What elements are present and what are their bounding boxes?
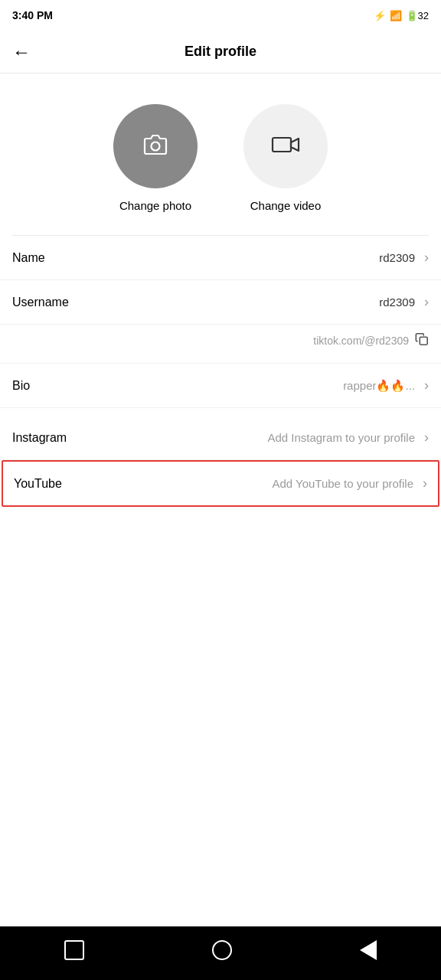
youtube-field-row[interactable]: YouTube Add YouTube to your profile › — [2, 460, 439, 507]
spacer — [0, 408, 441, 416]
username-value: rd2309 — [379, 296, 415, 309]
status-bar: 3:40 PM ⚡ 📶 🔋32 — [0, 0, 441, 31]
video-avatar — [243, 104, 328, 188]
instagram-label: Instagram — [12, 431, 89, 445]
copy-icon[interactable] — [415, 332, 429, 349]
username-value-row: rd2309 › — [379, 294, 429, 310]
page-title: Edit profile — [185, 44, 256, 60]
svg-rect-1 — [273, 138, 291, 152]
bio-label: Bio — [12, 379, 89, 393]
battery-icon: 🔋32 — [406, 10, 429, 21]
name-label: Name — [12, 251, 89, 265]
recent-apps-button[interactable] — [64, 940, 84, 960]
status-icons: ⚡ 📶 🔋32 — [374, 10, 429, 21]
back-arrow-icon: ← — [12, 41, 31, 63]
username-label: Username — [12, 296, 89, 309]
change-photo-label: Change photo — [119, 199, 191, 212]
square-icon — [64, 940, 84, 960]
camera-icon — [139, 128, 172, 165]
photo-avatar — [113, 104, 198, 188]
youtube-chevron-icon: › — [423, 475, 427, 492]
username-url-row: tiktok.com/@rd2309 — [0, 325, 441, 364]
username-field-row[interactable]: Username rd2309 › — [0, 280, 441, 325]
change-video-label: Change video — [250, 199, 322, 212]
back-button[interactable]: ← — [12, 41, 31, 63]
svg-point-0 — [152, 142, 160, 151]
instagram-value-row: Add Instagram to your profile › — [267, 430, 429, 446]
home-button[interactable] — [212, 940, 232, 960]
bio-field-row[interactable]: Bio rapper🔥🔥... › — [0, 364, 441, 408]
username-chevron-icon: › — [424, 294, 429, 310]
tiktok-url-text: tiktok.com/@rd2309 — [313, 335, 409, 347]
status-time: 3:40 PM — [12, 9, 53, 21]
bio-chevron-icon: › — [424, 377, 429, 394]
back-nav-button[interactable] — [360, 940, 377, 960]
instagram-chevron-icon: › — [424, 430, 429, 446]
header: ← Edit profile — [0, 31, 441, 74]
change-photo-button[interactable]: Change photo — [113, 104, 198, 212]
change-video-button[interactable]: Change video — [243, 104, 328, 212]
video-camera-icon — [269, 128, 302, 165]
name-chevron-icon: › — [424, 250, 429, 266]
profile-media-section: Change photo Change video — [0, 74, 441, 235]
name-value: rd2309 — [379, 251, 415, 264]
name-value-row: rd2309 › — [379, 250, 429, 266]
name-field-row[interactable]: Name rd2309 › — [0, 236, 441, 280]
circle-icon — [212, 940, 232, 960]
back-triangle-icon — [360, 940, 377, 960]
youtube-label: YouTube — [14, 477, 90, 491]
youtube-value: Add YouTube to your profile — [272, 477, 413, 490]
bluetooth-icon: ⚡ — [374, 10, 386, 21]
bio-value-row: rapper🔥🔥... › — [343, 377, 429, 394]
instagram-value: Add Instagram to your profile — [267, 431, 415, 444]
bio-value: rapper🔥🔥... — [343, 379, 415, 393]
youtube-value-row: Add YouTube to your profile › — [272, 475, 427, 492]
bottom-nav — [0, 926, 441, 980]
instagram-field-row[interactable]: Instagram Add Instagram to your profile … — [0, 416, 441, 460]
profile-fields: Name rd2309 › Username rd2309 › tiktok.c… — [0, 235, 441, 926]
signal-icon: 📶 — [390, 10, 402, 21]
svg-rect-2 — [420, 337, 427, 345]
